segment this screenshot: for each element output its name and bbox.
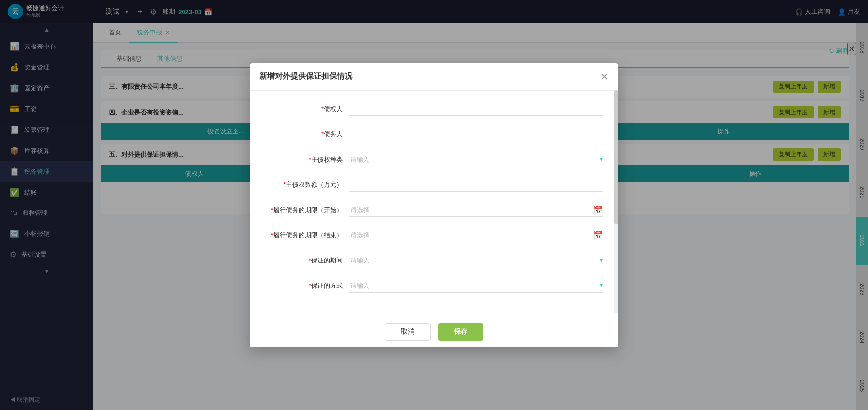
creditor-label: *债权人 [265, 105, 343, 114]
dialog: 新增对外提供保证担保情况 ✕ *债权人 *债务人 *主债权种类 [250, 63, 618, 347]
start-date-label: *履行债务的期限（开始） [265, 206, 343, 214]
required-mark: * [321, 105, 324, 113]
guarantee-period-chevron-icon[interactable]: ▾ [600, 256, 603, 264]
form-row-creditor: *债权人 [265, 102, 603, 116]
claim-type-input[interactable] [349, 153, 600, 166]
end-date-wrap: 📅 [349, 229, 603, 242]
cancel-button[interactable]: 取消 [385, 323, 431, 341]
debtor-label: *债务人 [265, 130, 343, 139]
start-date-input[interactable] [349, 203, 593, 216]
claim-type-chevron-icon[interactable]: ▾ [600, 155, 603, 163]
form-row-debtor: *债务人 [265, 128, 603, 141]
guarantee-method-input[interactable] [349, 279, 600, 292]
creditor-input[interactable] [349, 102, 603, 116]
required-mark-6: * [271, 231, 273, 239]
required-mark-2: * [321, 131, 324, 138]
required-mark-4: * [284, 181, 286, 188]
claim-amount-label: *主债权数额（万元） [265, 180, 343, 189]
start-date-calendar-icon[interactable]: 📅 [593, 205, 603, 214]
dialog-body: *债权人 *债务人 *主债权种类 ▾ [250, 91, 618, 316]
required-mark-7: * [309, 257, 311, 264]
dialog-scrollbar[interactable] [614, 90, 618, 313]
guarantee-period-input[interactable] [349, 254, 600, 267]
required-mark-3: * [309, 156, 311, 163]
guarantee-method-label: *保证的方式 [265, 281, 343, 290]
required-mark-8: * [309, 282, 311, 289]
form-row-end-date: *履行债务的期限（结束） 📅 [265, 229, 603, 242]
save-button[interactable]: 保存 [438, 323, 483, 341]
form-row-guarantee-period: *保证的期间 ▾ [265, 254, 603, 267]
end-date-input[interactable] [349, 229, 593, 242]
guarantee-method-wrap: ▾ [349, 279, 603, 293]
form-row-guarantee-method: *保证的方式 ▾ [265, 279, 603, 293]
form-row-claim-amount: *主债权数额（万元） [265, 178, 603, 192]
dialog-footer: 取消 保存 [250, 316, 618, 347]
guarantee-period-label: *保证的期间 [265, 256, 343, 265]
guarantee-method-chevron-icon[interactable]: ▾ [600, 281, 603, 289]
claim-type-select-wrap: ▾ [349, 153, 603, 166]
dialog-header: 新增对外提供保证担保情况 ✕ [250, 63, 618, 91]
guarantee-period-wrap: ▾ [349, 254, 603, 267]
claim-type-label: *主债权种类 [265, 155, 343, 164]
form-row-start-date: *履行债务的期限（开始） 📅 [265, 203, 603, 217]
end-date-label: *履行债务的期限（结束） [265, 231, 343, 240]
form-row-claim-type: *主债权种类 ▾ [265, 153, 603, 166]
end-date-calendar-icon[interactable]: 📅 [593, 230, 603, 240]
claim-amount-input[interactable] [349, 178, 603, 192]
start-date-wrap: 📅 [349, 203, 603, 217]
required-mark-5: * [271, 206, 273, 213]
dialog-title: 新增对外提供保证担保情况 [259, 71, 352, 82]
dialog-scrollbar-thumb [614, 90, 618, 224]
modal-overlay: 新增对外提供保证担保情况 ✕ *债权人 *债务人 *主债权种类 [0, 0, 868, 410]
dialog-close-button[interactable]: ✕ [601, 71, 609, 82]
debtor-input[interactable] [349, 128, 603, 141]
